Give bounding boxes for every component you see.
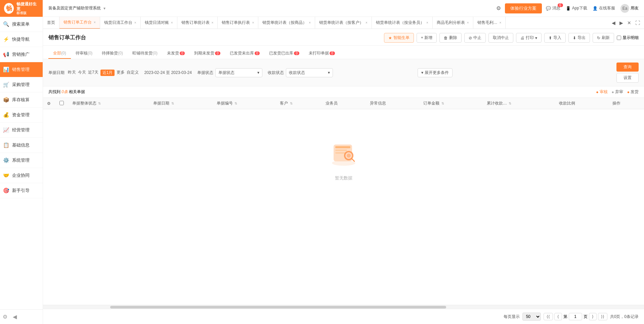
tab-3[interactable]: 钱货日清对账× [141,17,177,29]
unaudit-action[interactable]: ● 弃审 [612,89,623,95]
tab-close-6[interactable]: × [309,21,311,25]
message-icon-area[interactable]: 💬 消息 6 [546,5,560,11]
sidebar-item-销售管理[interactable]: 📊销售管理 [0,62,43,77]
page-first-btn[interactable]: ⟨⟨ [544,313,553,320]
tabs-prev-btn[interactable]: ◀ [610,19,617,26]
sort-icon-date[interactable]: ⇅ [171,102,174,105]
sort-icon-amount[interactable]: ⇅ [441,102,444,105]
tab-close-9[interactable]: × [467,21,469,25]
date-7days[interactable]: 近7天 [88,70,98,76]
col-date: 单据日期 ⇅ [149,98,212,109]
show-detail-checkbox[interactable] [617,36,621,40]
sidebar-item-营销推广[interactable]: 📢营销推广 [0,47,43,62]
status-select[interactable]: 单据状态 ▾ [215,68,262,77]
sidebar-icon-10: 🤝 [3,172,9,179]
settings-icon[interactable]: ⚙ [3,314,7,320]
filter-tab-5[interactable]: 到期未发货0 [189,48,225,59]
scroll-area[interactable] [43,305,644,309]
date-yesterday[interactable]: 昨天 [68,70,76,76]
tab-2[interactable]: 钱货日清工作台× [100,17,141,29]
tab-5[interactable]: 销售订单执行表× [218,17,258,29]
tabs-maximize-btn[interactable]: ⛶ [634,19,641,26]
delete-button[interactable]: 🗑 删除 [439,33,462,43]
filter-tab-2[interactable]: 待择验货(0) [97,48,128,59]
query-button[interactable]: 查询 [616,63,639,72]
filter-tab-6[interactable]: 已发货未出库0 [225,48,265,59]
settings-icon2[interactable]: ⚙ [47,101,51,106]
tabs-close-all-btn[interactable]: ✕ [626,19,633,26]
page-last-btn[interactable]: ⟩⟩ [598,313,607,320]
new-button[interactable]: + 新增 [417,33,437,43]
import-button[interactable]: ⬆ 导入 [544,33,566,43]
show-detail-toggle[interactable]: 显示明细 [617,35,639,41]
col-status: 单据整体状态 ⇅ [68,98,149,109]
sidebar-item-经营管理[interactable]: 📈经营管理 [0,123,43,138]
tab-close-2[interactable]: × [134,21,136,25]
tab-close-7[interactable]: × [366,21,368,25]
sidebar-item-企业协同[interactable]: 🤝企业协同 [0,168,43,183]
date-custom[interactable]: 自定义 [127,70,139,76]
sort-icon-number[interactable]: ⇅ [234,102,237,105]
topbar-settings-icon[interactable]: ⚙ [496,5,501,11]
tab-6[interactable]: 销货单统计表（按商品）× [258,17,315,29]
scroll-thumb[interactable] [110,306,446,309]
tab-close-4[interactable]: × [212,21,214,25]
tab-close-8[interactable]: × [426,21,428,25]
filter-tab-7[interactable]: 已发货已出库0 [264,48,304,59]
tab-9[interactable]: 商品毛利分析表× [433,17,473,29]
tab-4[interactable]: 销售订单统计表× [177,17,218,29]
filter-tab-1[interactable]: 待审核(0) [71,48,97,59]
sidebar-item-快捷导航[interactable]: ⚡快捷导航 [0,32,43,47]
filter-tab-0[interactable]: 全部(0) [48,48,71,59]
sort-icon-customer[interactable]: ⇅ [290,102,293,105]
sidebar-item-基础信息[interactable]: 📋基础信息 [0,138,43,153]
date-1month[interactable]: 近1月 [100,70,115,76]
settings-button[interactable]: 设置 [616,73,639,83]
tab-close-3[interactable]: × [171,21,173,25]
print-button[interactable]: 🖨 打印 ▾ [516,33,542,43]
app-download-area[interactable]: 📱 App下载 [566,5,587,11]
sidebar-item-采购管理[interactable]: 🛒采购管理 [0,77,43,92]
filter-tab-4[interactable]: 未发货0 [162,48,190,59]
filter-tab-8[interactable]: 未打印单据0 [304,48,340,59]
user-area[interactable]: Ea 用友 [620,4,639,13]
online-service-area[interactable]: 👤 在线客服 [593,5,615,11]
tab-10[interactable]: 销售毛利…× [473,17,506,29]
filter-tab-3[interactable]: 旺铺待发货(0) [128,48,162,59]
sidebar-item-系统管理[interactable]: ⚙️系统管理 [0,153,43,168]
tab-close-1[interactable]: × [94,21,96,24]
tab-7[interactable]: 销货单统计表（按客户）× [315,17,372,29]
expand-conditions-button[interactable]: ▾ 展开更多条件 [418,68,453,77]
date-more[interactable]: 更多 [117,70,125,76]
page-next-btn[interactable]: ⟩ [589,313,597,320]
date-today[interactable]: 今天 [78,70,86,76]
refresh-button[interactable]: ↻ 刷新 [593,33,614,43]
sidebar-item-搜索菜单[interactable]: 🔍搜索菜单 [0,17,43,32]
tab-0[interactable]: 首页 [43,17,59,29]
sidebar-item-新手引导[interactable]: 🎯新手引导 [0,183,43,198]
payment-select[interactable]: 收款状态 ▾ [286,68,333,77]
page-input[interactable] [569,313,582,320]
tab-1[interactable]: 销售订单工作台× [59,17,100,29]
sort-icon-status[interactable]: ⇅ [98,102,101,105]
cancel-stop-button[interactable]: 取消中止 [488,33,513,43]
tab-close-10[interactable]: × [500,21,502,25]
tab-8[interactable]: 销货单统计表（按业务员）× [372,17,433,29]
select-all-checkbox[interactable] [59,101,64,105]
tabs-next-btn[interactable]: ▶ [618,19,625,26]
smart-order-button[interactable]: ★ 智能生单 [384,33,414,43]
export-button[interactable]: ⬇ 导出 [568,33,590,43]
page-size-select[interactable]: 50 100 200 [522,313,541,321]
collapse-icon[interactable]: ◀ [13,314,17,320]
sidebar-item-库存核算[interactable]: 📦库存核算 [0,92,43,108]
tab-close-5[interactable]: × [252,21,254,25]
stop-button[interactable]: ⊘ 中止 [464,33,486,43]
audit-action[interactable]: ● 审核 [596,89,607,95]
sort-icon-accumulated[interactable]: ⇅ [509,102,511,105]
module-dropdown-icon[interactable]: ▾ [103,6,105,11]
sidebar-item-资金管理[interactable]: 💰资金管理 [0,108,43,123]
cta-button[interactable]: 体验行业方案 [505,3,542,13]
page-header: 销售订单工作台 ★ 智能生单 + 新增 🗑 删除 ⊘ 中止 [43,29,644,46]
page-prev-btn[interactable]: ⟨ [554,313,562,320]
ship-action[interactable]: ● 发货 [627,89,639,95]
